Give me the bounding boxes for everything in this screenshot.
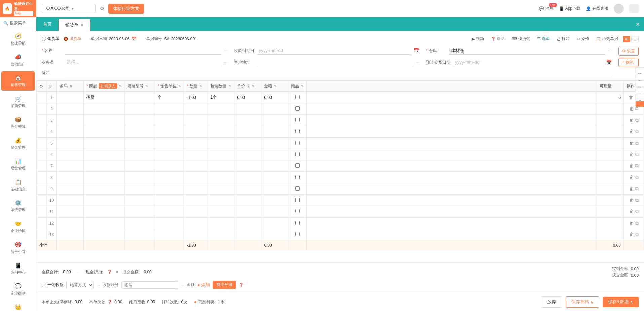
scan-btn[interactable]: 扫码录入 xyxy=(99,83,117,89)
note-input[interactable] xyxy=(65,69,612,76)
row-barcode[interactable] xyxy=(57,126,84,138)
sidebar-item-basics[interactable]: 📋 基础信息 xyxy=(1,176,35,195)
sidebar-item-operations[interactable]: 📊 经营管理 xyxy=(1,155,35,174)
row-gift[interactable] xyxy=(288,92,306,103)
delete-icon[interactable]: 🗑 xyxy=(629,208,635,215)
tab-close-icon[interactable]: ✕ xyxy=(80,23,84,27)
sidebar-item-finance[interactable]: 💰 资金管理 xyxy=(1,134,35,153)
trial-button[interactable]: 体验行业方案 xyxy=(108,4,144,14)
row-product[interactable] xyxy=(84,126,125,138)
shortcut-btn[interactable]: ⌨ 快捷键 xyxy=(509,35,532,43)
row-barcode[interactable] xyxy=(57,92,84,103)
delete-icon[interactable]: 🗑 xyxy=(629,117,635,123)
row-product[interactable] xyxy=(84,149,125,160)
row-barcode[interactable] xyxy=(57,218,84,229)
float-contact-btn[interactable]: 联系 xyxy=(635,81,644,87)
row-product[interactable] xyxy=(84,218,125,229)
payment-checkbox[interactable]: 一键收款 xyxy=(42,282,64,288)
copy-icon[interactable]: ⧉ xyxy=(635,197,639,204)
salesperson-dots[interactable]: ··· xyxy=(224,60,227,65)
settings-button-right[interactable]: ⚙ 设置 xyxy=(618,47,639,56)
settlement-dots[interactable]: ··· xyxy=(97,283,100,287)
customer-address-input[interactable] xyxy=(257,58,414,66)
sidebar-item-quick-nav[interactable]: 🧭 快捷导航 xyxy=(1,30,35,49)
delete-icon[interactable]: 🗑 xyxy=(629,197,635,203)
ops-btn[interactable]: ⚙ 操作 xyxy=(574,35,591,43)
logistics-button[interactable]: + 物流 xyxy=(618,58,639,67)
app-download-button[interactable]: 📱 App下载 xyxy=(559,6,580,11)
warehouse-input[interactable] xyxy=(449,47,606,55)
copy-icon[interactable]: ⧉ xyxy=(635,128,639,135)
row-product[interactable] xyxy=(84,229,125,240)
sidebar-item-marketing[interactable]: 📣 营销推广 xyxy=(1,50,35,70)
copy-icon[interactable]: ⧉ xyxy=(635,151,639,158)
row-product[interactable] xyxy=(84,183,125,195)
delete-icon[interactable]: 🗑 xyxy=(629,105,635,112)
gift-checkbox[interactable] xyxy=(295,221,300,225)
copy-icon[interactable]: ⧉ xyxy=(635,117,639,124)
copy-icon[interactable]: ⧉ xyxy=(635,162,639,169)
float-review-btn[interactable]: 审核 xyxy=(635,87,644,93)
gift-checkbox[interactable] xyxy=(295,106,300,111)
save-draft-button[interactable]: 保存草稿 ∧ xyxy=(566,296,599,308)
row-barcode[interactable] xyxy=(57,149,84,160)
account-dots[interactable]: ··· xyxy=(181,283,184,287)
radio-sales[interactable]: 销货单 xyxy=(42,36,60,42)
gift-checkbox[interactable] xyxy=(295,95,300,99)
sidebar-item-enterprise[interactable]: 🤝 企业协同 xyxy=(1,217,35,237)
expected-delivery-input[interactable] xyxy=(453,58,603,66)
receive-date-calendar-icon[interactable]: 📅 xyxy=(414,48,419,53)
view-grid-icon[interactable]: ⊟ xyxy=(631,36,639,42)
row-barcode[interactable] xyxy=(57,172,84,183)
customer-address-dots[interactable]: ··· xyxy=(416,60,419,65)
delete-icon[interactable]: 🗑 xyxy=(629,185,635,192)
gift-checkbox[interactable] xyxy=(295,141,300,145)
add-button[interactable]: ● 添加 xyxy=(197,282,210,288)
row-product[interactable] xyxy=(84,195,125,206)
owe-help-icon[interactable]: ❓ xyxy=(107,300,112,304)
float-note-btn[interactable]: 笔记 xyxy=(635,67,644,73)
gift-checkbox[interactable] xyxy=(295,175,300,179)
settlement-select[interactable]: 结算方式 xyxy=(66,281,94,289)
row-barcode[interactable] xyxy=(57,103,84,115)
sidebar-item-sales[interactable]: 🏠 销售管理 xyxy=(1,71,35,91)
row-barcode[interactable] xyxy=(57,115,84,126)
gift-checkbox[interactable] xyxy=(295,186,300,191)
gift-checkbox[interactable] xyxy=(295,209,300,213)
row-spec[interactable] xyxy=(125,92,155,103)
gift-checkbox[interactable] xyxy=(295,232,300,236)
history-btn[interactable]: 📋 历史单据 xyxy=(594,35,620,43)
row-product[interactable] xyxy=(84,115,125,126)
copy-icon[interactable]: ⧉ xyxy=(635,208,639,215)
warehouse-dots[interactable]: ··· xyxy=(608,48,612,53)
company-selector[interactable]: XXXXXX公司 ▾ xyxy=(42,4,96,13)
delete-icon[interactable]: 🗑 xyxy=(628,94,634,101)
discount-help-icon[interactable]: ❓ xyxy=(107,270,112,274)
gift-checkbox[interactable] xyxy=(295,163,300,168)
gift-checkbox[interactable] xyxy=(295,118,300,122)
row-barcode[interactable] xyxy=(57,138,84,149)
expected-delivery-calendar-icon[interactable]: 📅 xyxy=(606,60,612,65)
radio-return-input[interactable] xyxy=(64,37,68,41)
row-amount[interactable]: 0.00 xyxy=(261,92,288,103)
fees-help-icon[interactable]: ❓ xyxy=(239,283,244,287)
sidebar-item-inventory[interactable]: 📦 库存核算 xyxy=(1,113,35,132)
row-pkg[interactable]: 1个 xyxy=(207,92,234,103)
float-bookmark-btn[interactable]: 收藏 xyxy=(635,74,644,80)
save-new-button[interactable]: 保存&新增 ∧ xyxy=(603,297,639,307)
delete-icon[interactable]: 🗑 xyxy=(629,162,635,169)
calendar-icon[interactable]: 📅 xyxy=(131,37,137,41)
float-mark-btn[interactable]: 标记 xyxy=(635,101,644,107)
tab-home[interactable]: 首页 xyxy=(36,17,59,31)
delete-icon[interactable]: 🗑 xyxy=(629,128,635,135)
copy-icon[interactable]: ⧉ xyxy=(635,220,639,227)
radio-sales-input[interactable] xyxy=(42,37,46,41)
sidebar-item-purchase[interactable]: 🛒 采购管理 xyxy=(1,92,35,112)
delete-icon[interactable]: 🗑 xyxy=(629,231,635,238)
row-product[interactable] xyxy=(84,160,125,172)
help-btn[interactable]: ❓ 帮助 xyxy=(489,35,507,43)
row-product[interactable]: 拣货 xyxy=(84,92,125,103)
tab-bar-close-icon[interactable]: ✕ xyxy=(636,21,640,28)
row-product[interactable] xyxy=(84,103,125,115)
salesperson-input[interactable] xyxy=(65,58,221,66)
